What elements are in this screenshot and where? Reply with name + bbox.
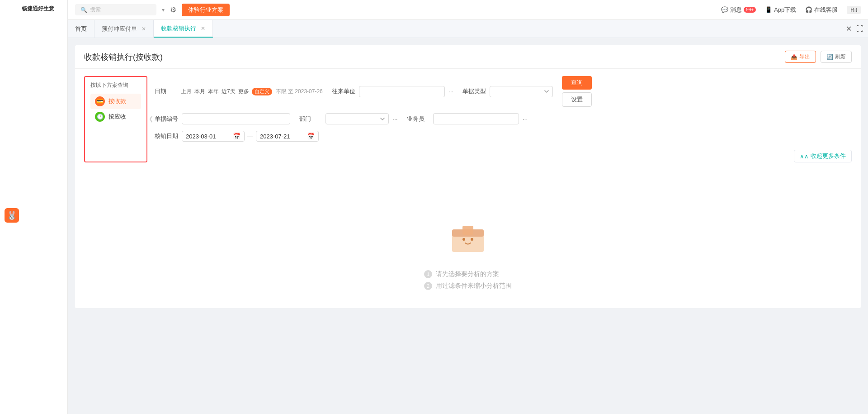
online-service-btn[interactable]: 🎧 在线客服 [805,6,838,14]
empty-text: 1 请先选择要分析的方案 2 用过滤条件来缩小分析范围 [424,270,512,290]
username-label: Rit [847,6,861,14]
counterparty-dots[interactable]: ··· [448,88,454,95]
salesperson-field: 业务员 ··· [407,113,528,124]
message-icon: 💬 [721,6,728,13]
date-start-wrapper: 📅 [182,131,245,142]
tab-receipt-cancel-close[interactable]: ✕ [201,25,205,32]
page-header-actions: 📤 导出 🔄 刷新 [785,51,852,63]
department-select[interactable] [326,113,389,124]
sidebar: 🐰 畅捷通好生意 标准版 🔍 搜索菜单 🏠 快捷导航 📢 营销推广 💰 销售管理… [0,0,68,414]
collapse-more: ∧∧ 收起更多条件 [155,150,852,162]
date-tabs: 上月 本月 本年 近7天 更多 自定义 [181,87,272,96]
app-download-btn[interactable]: 📱 App下载 [765,6,796,14]
date-field: 日期 上月 本月 本年 近7天 更多 自定义 不限 至 2023-07-26 [155,87,323,96]
calendar-end-icon[interactable]: 📅 [307,133,315,140]
calendar-start-icon[interactable]: 📅 [233,133,241,140]
tabbar-actions: ✕ ⛶ [841,20,868,38]
topbar-right: 💬 消息 99+ 📱 App下载 🎧 在线客服 Rit [721,6,861,14]
export-icon: 📤 [791,54,797,60]
date-tab-this-month[interactable]: 本月 [194,87,205,96]
topbar-arrow[interactable]: ▾ [162,7,165,13]
counterparty-input[interactable] [359,86,445,97]
salesperson-dots[interactable]: ··· [523,115,528,123]
page-title: 收款核销执行(按收款) [84,52,163,62]
refresh-icon: 🔄 [826,54,833,60]
receipt-option-icon: 💳 [95,96,105,106]
industry-btn[interactable]: 体验行业方案 [182,4,230,16]
date-custom-tag[interactable]: 自定义 [252,88,272,95]
collapse-more-icon: ∧∧ [800,153,809,160]
service-icon: 🎧 [805,6,812,13]
doc-number-input[interactable] [182,113,290,124]
filter-selector-title: 按以下方案查询 [90,81,141,89]
query-btn[interactable]: 查询 [562,76,592,90]
department-field: 部门 ··· [299,113,398,124]
empty-tip-2: 2 用过滤条件来缩小分析范围 [424,282,512,290]
topbar-gear-icon[interactable]: ⚙ [170,5,176,14]
filter-form: 日期 上月 本月 本年 近7天 更多 自定义 不限 至 2023-07-26 [155,76,852,162]
page-content: 收款核销执行(按收款) 📤 导出 🔄 刷新 按以下方案查询 [68,38,868,414]
selector-collapse-arrow[interactable]: 《 [146,114,153,124]
sidebar-logo: 🐰 畅捷通好生意 标准版 [0,0,67,414]
date-tab-7days[interactable]: 近7天 [222,87,236,96]
filter-selector: 按以下方案查询 💳 按收款 🕐 按应收 《 [84,76,147,162]
empty-state: 1 请先选择要分析的方案 2 用过滤条件来缩小分析范围 [75,171,861,308]
date-dash: — [247,133,253,140]
date-no-limit: 不限 至 2023-07-26 [276,88,323,95]
refresh-btn[interactable]: 🔄 刷新 [821,51,852,63]
filter-option-by-receipt[interactable]: 💳 按收款 [90,94,141,109]
date-tab-more[interactable]: 更多 [238,87,249,96]
tabbar: 首页 预付冲应付单 ✕ 收款核销执行 ✕ ✕ ⛶ [68,20,868,38]
date-start-input[interactable] [186,133,231,140]
svg-point-3 [462,238,465,241]
main-area: 🔍 搜索 ▾ ⚙ 体验行业方案 💬 消息 99+ 📱 App下载 🎧 在线客服 … [68,0,868,414]
filter-row-1: 日期 上月 本月 本年 近7天 更多 自定义 不限 至 2023-07-26 [155,76,852,107]
date-end-wrapper: 📅 [256,131,319,142]
empty-tip-1: 1 请先选择要分析的方案 [424,270,512,278]
empty-num-2: 2 [424,282,432,290]
empty-num-1: 1 [424,270,432,278]
filter-actions: 查询 设置 [562,76,592,107]
counterparty-field: 往来单位 ··· [332,86,454,97]
tab-close-all-icon[interactable]: ✕ [846,24,852,33]
tab-home[interactable]: 首页 [68,20,94,38]
filter-row-3: 核销日期 📅 — 📅 [155,131,852,142]
date-range: 📅 — 📅 [182,131,319,142]
tab-expand-icon[interactable]: ⛶ [856,25,863,33]
salesperson-input[interactable] [433,113,519,124]
svg-rect-2 [462,226,473,235]
receivable-option-icon: 🕐 [95,112,105,122]
export-btn[interactable]: 📤 导出 [785,51,816,63]
tab-prepay-close[interactable]: ✕ [142,26,146,32]
date-tab-last-month[interactable]: 上月 [181,87,192,96]
date-end-input[interactable] [260,133,305,140]
doc-type-field: 单据类型 ··· [462,86,553,97]
filter-row-2: 单据编号 部门 ··· 业务员 [155,113,852,124]
filter-option-by-receivable[interactable]: 🕐 按应收 [90,109,141,124]
collapse-more-btn[interactable]: ∧∧ 收起更多条件 [794,150,852,162]
app-icon: 📱 [765,6,772,13]
doc-type-select[interactable] [490,86,553,97]
logo-icon: 🐰 [5,208,19,223]
tab-receipt-cancel[interactable]: 收款核销执行 ✕ [154,20,213,38]
tab-prepay[interactable]: 预付冲应付单 ✕ [94,20,154,38]
date-tab-this-year[interactable]: 本年 [208,87,219,96]
page-header: 收款核销执行(按收款) 📤 导出 🔄 刷新 [75,45,861,69]
message-btn[interactable]: 💬 消息 99+ [721,6,756,14]
content-wrapper: 收款核销执行(按收款) 📤 导出 🔄 刷新 按以下方案查询 [75,45,861,308]
logo-text: 畅捷通好生意 标准版 [22,5,54,414]
setting-btn[interactable]: 设置 [562,92,592,107]
svg-point-4 [471,238,473,241]
filter-panel: 按以下方案查询 💳 按收款 🕐 按应收 《 [75,69,861,170]
doc-number-field: 单据编号 [155,113,290,124]
empty-illustration [441,207,495,261]
dept-dots[interactable]: ··· [392,115,398,123]
search-icon: 🔍 [80,7,87,13]
topbar-search[interactable]: 🔍 搜索 [75,4,156,15]
writeoff-date-field: 核销日期 📅 — 📅 [155,131,319,142]
topbar: 🔍 搜索 ▾ ⚙ 体验行业方案 💬 消息 99+ 📱 App下载 🎧 在线客服 … [68,0,868,20]
